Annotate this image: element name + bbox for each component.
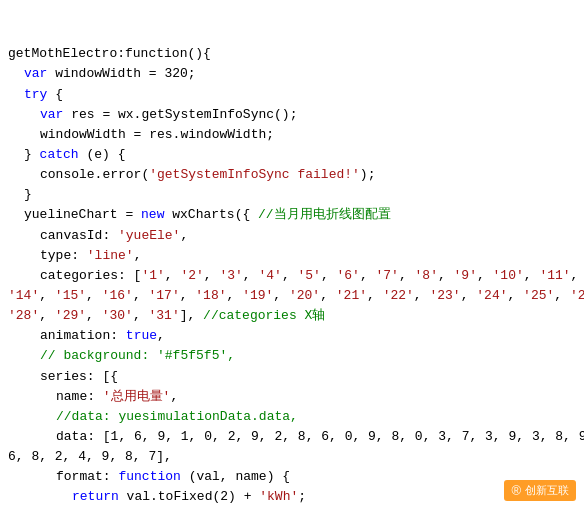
code-token-kw: try bbox=[24, 85, 47, 105]
code-token-plain: , bbox=[273, 286, 289, 306]
code-token-str: '2' bbox=[180, 266, 203, 286]
watermark: ® 创新互联 bbox=[504, 480, 576, 501]
code-token-plain: , bbox=[508, 286, 524, 306]
code-token-str: '7' bbox=[376, 266, 399, 286]
code-token-plain: 6, 8, 2, 4, 9, 8, 7], bbox=[8, 447, 172, 467]
code-token-plain: , bbox=[438, 266, 454, 286]
code-token-plain: { bbox=[47, 85, 63, 105]
code-token-plain: , bbox=[227, 286, 243, 306]
code-token-str: '9' bbox=[454, 266, 477, 286]
code-token-str: '25' bbox=[523, 286, 554, 306]
code-token-plain: , bbox=[39, 306, 55, 326]
code-token-plain: windowWidth = 320; bbox=[47, 64, 195, 84]
code-token-plain: wxCharts({ bbox=[164, 205, 258, 225]
watermark-text: 创新互联 bbox=[525, 483, 569, 498]
watermark-icon: ® bbox=[511, 483, 521, 498]
code-token-plain: , bbox=[133, 306, 149, 326]
code-token-plain: data: [1, 6, 9, 1, 0, 2, 9, 2, 8, 6, 0, … bbox=[56, 427, 584, 447]
code-line: '14', '15', '16', '17', '18', '19', '20'… bbox=[0, 286, 584, 306]
code-token-str: '20' bbox=[289, 286, 320, 306]
code-token-plain: } bbox=[24, 185, 32, 205]
code-token-plain: , bbox=[165, 266, 181, 286]
code-token-plain: , bbox=[461, 286, 477, 306]
code-token-str: '17' bbox=[148, 286, 179, 306]
code-token-str: '14' bbox=[8, 286, 39, 306]
code-token-plain: , bbox=[554, 286, 570, 306]
code-token-plain: , bbox=[571, 266, 584, 286]
code-line: format: function (val, name) { bbox=[0, 467, 584, 487]
code-token-kw: function bbox=[118, 467, 180, 487]
code-line: getMothElectro:function(){ bbox=[0, 44, 584, 64]
code-token-str: '22' bbox=[383, 286, 414, 306]
code-token-plain: , bbox=[282, 266, 298, 286]
code-token-str: '10' bbox=[493, 266, 524, 286]
code-token-plain: type: bbox=[40, 246, 87, 266]
code-token-str: '4' bbox=[258, 266, 281, 286]
code-token-comment: //当月用电折线图配置 bbox=[258, 205, 391, 225]
code-block: getMothElectro:function(){var windowWidt… bbox=[0, 0, 584, 509]
code-token-str: '26' bbox=[570, 286, 584, 306]
code-token-kw: catch bbox=[40, 145, 79, 165]
code-token-plain: val.toFixed(2) + bbox=[119, 487, 259, 507]
code-token-plain: , bbox=[180, 226, 188, 246]
code-token-plain: , bbox=[39, 286, 55, 306]
code-token-plain: series: [{ bbox=[40, 367, 118, 387]
code-token-plain: , bbox=[86, 286, 102, 306]
code-token-plain: , bbox=[157, 326, 165, 346]
code-token-kw: return bbox=[72, 487, 119, 507]
code-token-plain: , bbox=[320, 286, 336, 306]
code-token-str: '29' bbox=[55, 306, 86, 326]
code-token-str: 'kWh' bbox=[259, 487, 298, 507]
code-token-plain: getMothElectro:function(){ bbox=[8, 44, 211, 64]
code-line: return val.toFixed(2) + 'kWh'; bbox=[0, 487, 584, 507]
code-token-str: 'yueEle' bbox=[118, 226, 180, 246]
code-token-plain: (val, name) { bbox=[181, 467, 290, 487]
code-token-str: '3' bbox=[219, 266, 242, 286]
code-line: } catch (e) { bbox=[0, 145, 584, 165]
code-line: try { bbox=[0, 85, 584, 105]
code-token-str: '24' bbox=[476, 286, 507, 306]
code-token-plain: ], bbox=[180, 306, 203, 326]
code-token-str: '15' bbox=[55, 286, 86, 306]
code-token-plain: yuelineChart = bbox=[24, 205, 141, 225]
code-token-str: '8' bbox=[415, 266, 438, 286]
code-token-kw: new bbox=[141, 205, 164, 225]
code-token-plain: , bbox=[477, 266, 493, 286]
code-token-str: '28' bbox=[8, 306, 39, 326]
code-token-str: 'line' bbox=[87, 246, 134, 266]
code-token-plain: , bbox=[399, 266, 415, 286]
code-token-plain: , bbox=[134, 246, 142, 266]
code-line: categories: ['1', '2', '3', '4', '5', '6… bbox=[0, 266, 584, 286]
code-token-str: 'getSystemInfoSync failed!' bbox=[149, 165, 360, 185]
code-token-plain: (e) { bbox=[79, 145, 126, 165]
code-token-plain: res = wx.getSystemInfoSync(); bbox=[63, 105, 297, 125]
code-line: console.error('getSystemInfoSync failed!… bbox=[0, 165, 584, 185]
code-token-plain: categories: [ bbox=[40, 266, 141, 286]
code-line: animation: true, bbox=[0, 326, 584, 346]
code-token-str: '5' bbox=[297, 266, 320, 286]
code-token-plain: , bbox=[133, 286, 149, 306]
code-line: // background: '#f5f5f5', bbox=[0, 346, 584, 366]
code-line: series: [{ bbox=[0, 367, 584, 387]
code-token-plain: , bbox=[243, 266, 259, 286]
code-container: getMothElectro:function(){var windowWidt… bbox=[0, 0, 584, 509]
code-token-plain: ; bbox=[298, 487, 306, 507]
code-line: canvasId: 'yueEle', bbox=[0, 226, 584, 246]
code-line: name: '总用电量', bbox=[0, 387, 584, 407]
code-token-plain: , bbox=[524, 266, 540, 286]
code-token-kw: var bbox=[24, 64, 47, 84]
code-line: //data: yuesimulationData.data, bbox=[0, 407, 584, 427]
code-token-str: '18' bbox=[195, 286, 226, 306]
code-token-plain: animation: bbox=[40, 326, 126, 346]
code-token-str: '21' bbox=[336, 286, 367, 306]
code-token-str: '19' bbox=[242, 286, 273, 306]
code-token-plain: format: bbox=[56, 467, 118, 487]
code-token-plain: , bbox=[180, 286, 196, 306]
code-line: '28', '29', '30', '31'], //categories X轴 bbox=[0, 306, 584, 326]
code-token-plain: , bbox=[321, 266, 337, 286]
code-token-plain: , bbox=[86, 306, 102, 326]
code-line: data: [1, 6, 9, 1, 0, 2, 9, 2, 8, 6, 0, … bbox=[0, 427, 584, 447]
code-token-str: '16' bbox=[102, 286, 133, 306]
code-token-plain: canvasId: bbox=[40, 226, 118, 246]
code-token-str: '23' bbox=[429, 286, 460, 306]
